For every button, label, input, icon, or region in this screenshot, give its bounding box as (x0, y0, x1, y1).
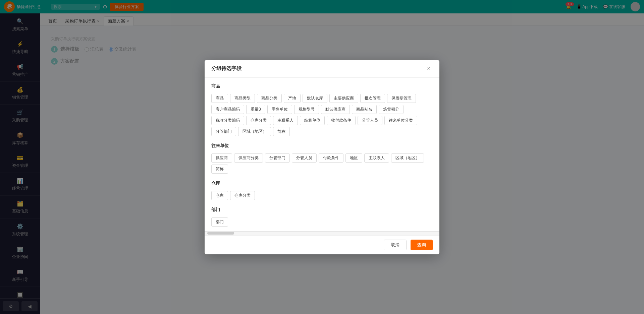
field-tag-炼货积分[interactable]: 炼货积分 (379, 105, 404, 114)
field-section-department: 部门部门 (211, 207, 433, 227)
field-section-partner: 往来单位供应商供应商分类分管部门分管人员付款条件地区主联系人区域（地区）简称 (211, 143, 433, 174)
cancel-button[interactable]: 取消 (384, 240, 407, 250)
field-tag-商品分类[interactable]: 商品分类 (257, 94, 282, 103)
field-section-warehouse: 仓库仓库仓库分类 (211, 180, 433, 200)
field-tag-区域（地区）[interactable]: 区域（地区） (238, 127, 271, 136)
field-tag-简称[interactable]: 简称 (211, 165, 228, 174)
field-tag-主联系人[interactable]: 主联系人 (273, 116, 298, 125)
field-tag-税收分类编码[interactable]: 税收分类编码 (211, 116, 244, 125)
field-tag-仓库分类[interactable]: 仓库分类 (246, 116, 271, 125)
field-section-title-goods: 商品 (211, 83, 433, 90)
field-tag-分管部门[interactable]: 分管部门 (211, 127, 236, 136)
field-tags-department: 部门 (211, 217, 433, 227)
modal-body: 商品商品商品类型商品分类产地默认仓库主要供应商批次管理保质期管理客户商品编码重量… (205, 78, 439, 231)
field-tag-商品类型[interactable]: 商品类型 (230, 94, 255, 103)
field-tag-分管人员[interactable]: 分管人员 (358, 116, 382, 125)
field-tag-商品别名[interactable]: 商品别名 (352, 105, 377, 114)
field-tags-warehouse: 仓库仓库分类 (211, 191, 433, 200)
field-tag-商品[interactable]: 商品 (211, 94, 228, 103)
field-tag-默认供应商[interactable]: 默认供应商 (321, 105, 350, 114)
field-tag-批次管理[interactable]: 批次管理 (360, 94, 385, 103)
field-tag-地区[interactable]: 地区 (345, 153, 362, 163)
modal-horizontal-scrollbar[interactable] (205, 231, 439, 235)
field-section-title-department: 部门 (211, 207, 433, 214)
field-section-title-warehouse: 仓库 (211, 180, 433, 188)
field-tag-规格型号[interactable]: 规格型号 (294, 105, 319, 114)
field-tag-结算单位[interactable]: 结算单位 (300, 116, 325, 125)
field-tag-区域（地区）[interactable]: 区域（地区） (391, 153, 424, 163)
field-tag-仓库[interactable]: 仓库 (211, 191, 228, 200)
field-tag-供应商[interactable]: 供应商 (211, 153, 232, 163)
field-tag-简称[interactable]: 简称 (273, 127, 290, 136)
field-tag-零售单位[interactable]: 零售单位 (267, 105, 292, 114)
modal-title: 分组待选字段 (211, 65, 241, 72)
field-tag-主联系人[interactable]: 主联系人 (364, 153, 389, 163)
field-tag-往来单位分类[interactable]: 往来单位分类 (384, 116, 417, 125)
field-tag-保质期管理[interactable]: 保质期管理 (387, 94, 416, 103)
field-tag-部门[interactable]: 部门 (211, 217, 228, 227)
field-section-title-partner: 往来单位 (211, 143, 433, 150)
field-tag-供应商分类[interactable]: 供应商分类 (234, 153, 263, 163)
field-tag-付款条件[interactable]: 付款条件 (319, 153, 343, 163)
field-tag-产地[interactable]: 产地 (284, 94, 301, 103)
field-tag-分管部门[interactable]: 分管部门 (265, 153, 290, 163)
field-tag-客户商品编码[interactable]: 客户商品编码 (211, 105, 244, 114)
modal-header: 分组待选字段 × (205, 60, 439, 78)
field-tag-收付款条件[interactable]: 收付款条件 (327, 116, 356, 125)
field-tags-goods: 商品商品类型商品分类产地默认仓库主要供应商批次管理保质期管理客户商品编码重量3零… (211, 94, 433, 136)
field-tag-仓库分类[interactable]: 仓库分类 (230, 191, 255, 200)
confirm-button[interactable]: 查询 (411, 240, 433, 250)
field-selection-modal: 分组待选字段 × 商品商品商品类型商品分类产地默认仓库主要供应商批次管理保质期管… (205, 60, 439, 254)
modal-hscroll-thumb[interactable] (207, 232, 234, 235)
field-tags-partner: 供应商供应商分类分管部门分管人员付款条件地区主联系人区域（地区）简称 (211, 153, 433, 174)
field-tag-重量3[interactable]: 重量3 (246, 105, 265, 114)
modal-footer: 取消 查询 (205, 235, 439, 254)
field-tag-主要供应商[interactable]: 主要供应商 (329, 94, 358, 103)
field-tag-默认仓库[interactable]: 默认仓库 (303, 94, 327, 103)
field-tag-分管人员[interactable]: 分管人员 (292, 153, 317, 163)
modal-close-button[interactable]: × (425, 65, 433, 73)
field-section-goods: 商品商品商品类型商品分类产地默认仓库主要供应商批次管理保质期管理客户商品编码重量… (211, 83, 433, 136)
